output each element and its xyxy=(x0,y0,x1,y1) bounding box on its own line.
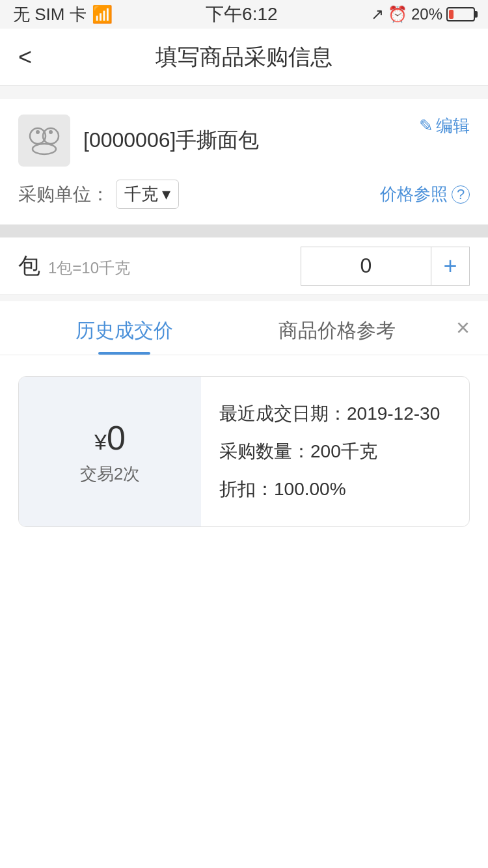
plus-icon: + xyxy=(443,252,457,280)
bottom-area xyxy=(0,548,488,868)
quantity-controls: 0 + xyxy=(301,247,470,286)
wifi-icon: 📶 xyxy=(92,5,113,25)
quantity-row: 包 1包=10千克 0 + xyxy=(0,237,488,295)
product-name: [0000006]手撕面包 xyxy=(83,126,259,155)
battery-icon xyxy=(446,7,475,21)
tab-active-indicator xyxy=(98,352,150,355)
price-ref-button[interactable]: 价格参照 ? xyxy=(380,183,470,206)
quantity-label-group: 包 1包=10千克 xyxy=(18,251,130,281)
date-value: 2019-12-30 xyxy=(347,403,440,424)
tab-history-label: 历史成交价 xyxy=(75,318,173,344)
unit-value: 千克 xyxy=(124,183,158,206)
tabs-panel: 历史成交价 商品价格参考 × ¥0 交易2次 最近成交日期：2019-12-30 xyxy=(0,301,488,548)
date-label: 最近成交日期： xyxy=(219,403,347,424)
qty-label: 采购数量： xyxy=(219,441,310,461)
tabs-close-button[interactable]: × xyxy=(443,301,470,355)
status-bar: 无 SIM 卡 📶 下午6:12 ↗ ⏰ 20% xyxy=(0,0,488,29)
dropdown-icon: ▾ xyxy=(162,184,170,204)
quantity-input[interactable]: 0 xyxy=(301,247,431,286)
product-card: [0000006]手撕面包 ✎ 编辑 采购单位： 千克 ▾ 价格参照 ? xyxy=(0,99,488,224)
qty-value: 200千克 xyxy=(310,441,377,461)
no-sim-text: 无 SIM 卡 xyxy=(13,3,87,26)
product-left: [0000006]手撕面包 xyxy=(18,115,259,167)
price-value: 0 xyxy=(107,419,126,457)
date-row: 最近成交日期：2019-12-30 xyxy=(219,400,451,427)
section-divider xyxy=(0,224,488,237)
svg-point-4 xyxy=(33,144,56,154)
product-header: [0000006]手撕面包 ✎ 编辑 xyxy=(18,115,470,167)
history-details-section: 最近成交日期：2019-12-30 采购数量：200千克 折扣：100.00% xyxy=(201,377,469,526)
page-title: 填写商品采购信息 xyxy=(156,42,332,72)
quantity-plus-button[interactable]: + xyxy=(431,247,470,286)
help-icon: ? xyxy=(452,185,470,204)
edit-icon: ✎ xyxy=(419,116,433,136)
back-button[interactable]: < xyxy=(18,44,32,71)
status-right: ↗ ⏰ 20% xyxy=(371,5,475,23)
edit-label: 编辑 xyxy=(436,115,470,137)
price-ref-label: 价格参照 xyxy=(380,183,448,206)
currency-symbol: ¥ xyxy=(94,429,107,454)
svg-point-3 xyxy=(49,130,53,134)
quantity-sub-label: 1包=10千克 xyxy=(48,258,130,278)
battery-fill xyxy=(449,10,454,19)
unit-label: 采购单位： xyxy=(18,182,109,207)
trades-count: 交易2次 xyxy=(80,463,140,485)
product-thumbnail xyxy=(18,115,70,167)
quantity-value: 0 xyxy=(360,254,372,278)
tab-price-reference[interactable]: 商品价格参考 xyxy=(230,302,442,355)
status-left: 无 SIM 卡 📶 xyxy=(13,3,113,26)
back-icon: < xyxy=(18,44,32,70)
unit-select[interactable]: 千克 ▾ xyxy=(116,180,179,209)
tab-price-ref-label: 商品价格参考 xyxy=(278,318,396,344)
tab-content-area: ¥0 交易2次 最近成交日期：2019-12-30 采购数量：200千克 折扣：… xyxy=(0,355,488,548)
qty-row: 采购数量：200千克 xyxy=(219,438,451,465)
history-card: ¥0 交易2次 最近成交日期：2019-12-30 采购数量：200千克 折扣：… xyxy=(18,376,470,527)
edit-button[interactable]: ✎ 编辑 xyxy=(419,115,470,137)
history-price-display: ¥0 xyxy=(94,418,126,457)
alarm-icon: ⏰ xyxy=(388,5,407,23)
status-time: 下午6:12 xyxy=(206,2,278,27)
quantity-unit-label: 包 xyxy=(18,251,40,281)
nav-bar: < 填写商品采购信息 xyxy=(0,29,488,86)
tab-history-price[interactable]: 历史成交价 xyxy=(18,302,230,355)
discount-label: 折扣： xyxy=(219,479,274,499)
svg-point-2 xyxy=(36,130,40,134)
product-unit-row: 采购单位： 千克 ▾ 价格参照 ? xyxy=(18,180,470,209)
close-icon: × xyxy=(456,314,470,341)
history-price-section: ¥0 交易2次 xyxy=(19,377,201,526)
discount-row: 折扣：100.00% xyxy=(219,476,451,503)
location-icon: ↗ xyxy=(371,5,384,23)
discount-value: 100.00% xyxy=(274,479,346,499)
battery-percent: 20% xyxy=(411,5,442,23)
tabs-header: 历史成交价 商品价格参考 × xyxy=(0,301,488,355)
